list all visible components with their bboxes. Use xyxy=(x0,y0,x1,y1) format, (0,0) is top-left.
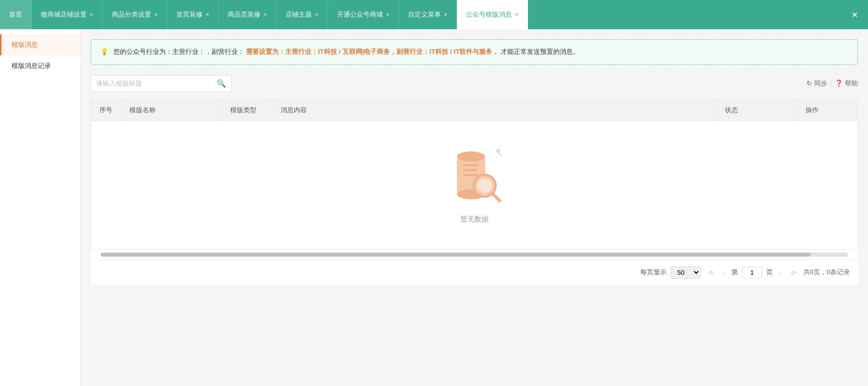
col-header-4: 状态 xyxy=(717,99,797,121)
nav-tab-7[interactable]: 自定义菜单 × xyxy=(399,0,457,29)
empty-text: 暂无数据 xyxy=(460,215,489,224)
nav-tab-2[interactable]: 商品分类设置 × xyxy=(103,0,167,29)
table-header: 序号模版名称模版类型消息内容状态操作 xyxy=(91,99,858,121)
content-area: 💡 您的公众号行业为：主营行业：，副营行业： 需要设置为：主营行业：IT科技 /… xyxy=(81,29,868,386)
search-input-wrap: 🔍 xyxy=(91,75,232,92)
nav-tab-label-8: 公众号模版消息 xyxy=(466,10,512,19)
help-button[interactable]: ❓ 帮助 xyxy=(835,79,858,88)
nav-tab-4[interactable]: 商品页装修 × xyxy=(219,0,277,29)
bulb-icon: 💡 xyxy=(100,48,108,55)
nav-tab-8[interactable]: 公众号模版消息 × xyxy=(457,0,528,29)
nav-tab-6[interactable]: 开通公众号商城 × xyxy=(328,0,399,29)
col-header-0: 序号 xyxy=(91,99,121,121)
help-icon: ❓ xyxy=(835,80,843,87)
nav-tab-label-5: 店铺主题 xyxy=(286,10,312,19)
notice-highlight: 需要设置为：主营行业：IT科技 / 互联网|电子商务，副营行业：IT科技 / I… xyxy=(246,48,499,55)
sidebar-item-1[interactable]: 模版消息记录 xyxy=(0,55,80,76)
pagination: 每页显示 102050100 ⊲ ‹ 第 1 页 › ⊳ 共0页，0条记录 xyxy=(91,260,858,285)
svg-point-2 xyxy=(457,151,485,162)
nav-tab-close-8[interactable]: × xyxy=(515,11,518,18)
nav-tab-label-3: 首页装修 xyxy=(176,10,203,19)
top-nav: 首页微商城店铺设置 ×商品分类设置 ×首页装修 ×商品页装修 ×店铺主题 ×开通… xyxy=(0,0,868,29)
nav-tab-label-6: 开通公众号商城 xyxy=(337,10,383,19)
svg-rect-5 xyxy=(463,169,477,171)
nav-tab-close-3[interactable]: × xyxy=(206,11,209,18)
nav-tab-1[interactable]: 微商城店铺设置 × xyxy=(32,0,103,29)
total-info: 共0页，0条记录 xyxy=(804,268,850,277)
last-page-button[interactable]: ⊳ xyxy=(788,267,799,278)
main-layout: 模版消息模版消息记录 💡 您的公众号行业为：主营行业：，副营行业： 需要设置为：… xyxy=(0,29,868,386)
sidebar-item-0[interactable]: 模版消息 xyxy=(0,34,80,55)
empty-state-row: 暂无数据 xyxy=(91,121,858,249)
scroll-thumb[interactable] xyxy=(101,253,811,257)
nav-tab-close-2[interactable]: × xyxy=(154,11,158,18)
search-input[interactable] xyxy=(91,76,212,91)
empty-state: 暂无数据 xyxy=(91,121,857,249)
nav-tab-label-4: 商品页装修 xyxy=(228,10,260,19)
nav-tab-label-2: 商品分类设置 xyxy=(112,10,151,19)
nav-tab-close-7[interactable]: × xyxy=(444,11,447,18)
nav-tab-label-0: 首页 xyxy=(9,10,22,19)
scroll-track[interactable] xyxy=(101,253,848,257)
help-label: 帮助 xyxy=(845,79,858,88)
global-close-button[interactable]: ✕ xyxy=(841,0,868,29)
empty-illustration xyxy=(442,141,507,207)
svg-line-9 xyxy=(493,194,500,201)
nav-tab-close-1[interactable]: × xyxy=(90,11,93,18)
col-header-1: 模版名称 xyxy=(121,99,222,121)
nav-tab-5[interactable]: 店铺主题 × xyxy=(277,0,328,29)
next-page-button[interactable]: › xyxy=(777,267,784,278)
nav-tab-0[interactable]: 首页 xyxy=(0,0,32,29)
refresh-icon: ↻ xyxy=(807,80,812,87)
toolbar-divider: | xyxy=(830,80,832,87)
table-wrapper: 序号模版名称模版类型消息内容状态操作 xyxy=(91,99,858,285)
col-header-2: 模版类型 xyxy=(222,99,273,121)
notice-text1: 您的公众号行业为：主营行业：，副营行业： xyxy=(113,48,244,55)
search-button[interactable]: 🔍 xyxy=(212,75,231,92)
notice-banner: 💡 您的公众号行业为：主营行业：，副营行业： 需要设置为：主营行业：IT科技 /… xyxy=(91,39,858,65)
toolbar-right: ↻ 同步 | ❓ 帮助 xyxy=(807,79,858,88)
scroll-area xyxy=(91,250,858,260)
col-header-5: 操作 xyxy=(797,99,858,121)
svg-rect-4 xyxy=(463,164,479,166)
prev-page-button[interactable]: ‹ xyxy=(720,267,727,278)
page-input[interactable]: 1 xyxy=(742,267,762,278)
first-page-button[interactable]: ⊲ xyxy=(705,267,716,278)
nav-tab-close-6[interactable]: × xyxy=(386,11,389,18)
col-header-3: 消息内容 xyxy=(273,99,717,121)
nav-tab-label-1: 微商城店铺设置 xyxy=(41,10,87,19)
svg-rect-6 xyxy=(463,174,478,176)
sync-label: 同步 xyxy=(814,79,827,88)
nav-tab-close-4[interactable]: × xyxy=(263,11,267,18)
data-table: 序号模版名称模版类型消息内容状态操作 xyxy=(91,99,858,250)
sync-button[interactable]: ↻ 同步 xyxy=(807,79,827,88)
sidebar: 模版消息模版消息记录 xyxy=(0,29,81,386)
page-prefix-label: 第 xyxy=(731,268,738,277)
search-bar: 🔍 ↻ 同步 | ❓ 帮助 xyxy=(91,75,858,92)
nav-tab-3[interactable]: 首页装修 × xyxy=(167,0,219,29)
nav-tab-close-5[interactable]: × xyxy=(315,11,318,18)
page-suffix-label: 页 xyxy=(766,268,773,277)
notice-text2: 才能正常发送预置的消息。 xyxy=(501,48,579,55)
per-page-label: 每页显示 xyxy=(640,268,666,277)
per-page-select[interactable]: 102050100 xyxy=(671,266,701,279)
nav-tab-label-7: 自定义菜单 xyxy=(408,10,441,19)
svg-point-8 xyxy=(477,178,492,193)
